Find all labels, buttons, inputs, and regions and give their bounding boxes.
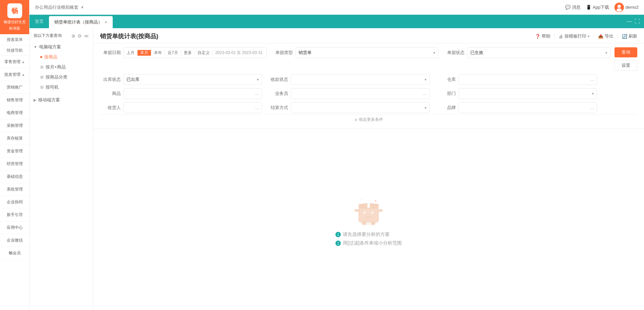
dropdown-arrow-icon[interactable]: ▾ xyxy=(81,5,84,10)
brand-more-icon[interactable]: … xyxy=(590,105,594,110)
svg-point-14 xyxy=(361,199,362,200)
maximize-icon[interactable]: ⛶ xyxy=(635,18,640,24)
sidebar-item-retail[interactable]: 零售管理 ▲ xyxy=(0,56,29,68)
filter-row-1: 单据日期 上月 本月 本年 近7天 更多 自定义 2023-03-01 至 20… xyxy=(100,47,637,71)
sidebar-item-apps[interactable]: 应用中心 xyxy=(0,221,29,234)
salesman-value[interactable]: … xyxy=(291,88,429,99)
avatar xyxy=(614,3,624,12)
sidebar-item-marketing[interactable]: 营销推广 xyxy=(0,81,29,94)
date-tab-this-month[interactable]: 本月 xyxy=(138,50,151,56)
query-btn-group: 查询 设置 xyxy=(614,47,637,71)
app-download-btn[interactable]: 📱 App下载 xyxy=(586,4,609,10)
help-btn[interactable]: ❓ 帮助 xyxy=(535,33,550,39)
pc-scheme-section: ▼ 电脑端方案 按商品 ⊞ 按月+商品 ⊞ 按商品分类 xyxy=(30,41,93,94)
date-tab-custom[interactable]: 自定义 xyxy=(195,50,213,56)
user-menu[interactable]: demo2 xyxy=(614,3,639,12)
receiver-label: 收货人 xyxy=(100,105,123,111)
sidebar-item-sales[interactable]: 销售管理 xyxy=(0,94,29,107)
sidebar-item-system[interactable]: 系统管理 xyxy=(0,183,29,196)
outstatus-group: 出库状态 已出库 ▾ xyxy=(100,74,262,85)
query-button[interactable]: 查询 xyxy=(614,47,637,57)
warehouse-group: 仓库 … xyxy=(430,74,597,85)
warehouse-value[interactable]: … xyxy=(459,74,597,85)
recvstatus-value[interactable]: ▾ xyxy=(291,74,429,85)
sidebar-item-member[interactable]: 畅会员 xyxy=(0,247,29,260)
sidebar-item-wholesale[interactable]: 批发管理 ▲ xyxy=(0,68,29,81)
tab-sales-stat[interactable]: 销货单统计表（按商品） ✕ xyxy=(49,16,113,28)
date-tab-7days[interactable]: 近7天 xyxy=(165,50,181,56)
date-tab-last-month[interactable]: 上月 xyxy=(124,50,138,56)
dept-value[interactable]: ▾ xyxy=(459,88,597,99)
receiver-more-icon[interactable]: … xyxy=(255,105,259,110)
sidebar-item-guide[interactable]: 新手引导 xyxy=(0,209,29,221)
sidebar-item-inventory[interactable]: 库存核算 xyxy=(0,132,29,145)
receiver-value[interactable]: … xyxy=(123,102,262,113)
export-btn[interactable]: 📤 导出 xyxy=(598,33,613,39)
sidebar-item-base[interactable]: 基础信息 xyxy=(0,170,29,183)
empty-text: 1 请先选择要分析的方案 2 用[过滤]条件来缩小分析范围 xyxy=(335,231,402,246)
pc-scheme-header[interactable]: ▼ 电脑端方案 xyxy=(30,42,93,52)
sidebar-item-ecommerce[interactable]: 电商管理 xyxy=(0,107,29,119)
sidebar-label-management: 经营管理 xyxy=(7,161,23,167)
logo[interactable]: 畅 畅捷信好生意 标准版 xyxy=(0,0,29,34)
brand-group: 品牌 … xyxy=(430,102,597,113)
tab-close-icon[interactable]: ✕ xyxy=(104,20,107,24)
left-panel: 按以下方案查询 ⊕ ⚙ ≪ ▼ 电脑端方案 按商品 xyxy=(30,28,93,310)
scheme-by-goods[interactable]: 按商品 xyxy=(38,52,93,62)
outstatus-value[interactable]: 已出库 ▾ xyxy=(123,74,262,85)
filter-row-4: 收货人 … 结算方式 ▾ 品牌 xyxy=(100,102,637,113)
print-dropdown-icon[interactable]: ▾ xyxy=(588,34,590,39)
tab-home[interactable]: 首页 xyxy=(30,15,49,28)
settings-button[interactable]: 设置 xyxy=(614,60,637,71)
sidebar-search[interactable]: 搜索菜单 xyxy=(0,34,29,46)
scheme-by-driver[interactable]: ⊞ 按司机 xyxy=(38,82,93,92)
sidebar-item-finance[interactable]: 资金管理 xyxy=(0,145,29,158)
filter-row-2: 出库状态 已出库 ▾ 收款状态 ▾ 仓库 xyxy=(100,74,637,85)
brand-value[interactable]: … xyxy=(459,102,597,113)
payment-value[interactable]: ▾ xyxy=(291,102,429,113)
date-tab-more[interactable]: 更多 xyxy=(181,50,195,56)
minimize-icon[interactable]: — xyxy=(627,18,632,24)
date-tab-this-year[interactable]: 本年 xyxy=(151,50,165,56)
add-scheme-btn[interactable]: ⊕ xyxy=(71,33,75,39)
edit-scheme-btn[interactable]: ⚙ xyxy=(77,33,82,39)
goods-more-icon[interactable]: … xyxy=(255,91,259,96)
salesman-more-icon[interactable]: … xyxy=(423,91,427,96)
docstatus-value[interactable]: 已生效 ▾ xyxy=(467,47,610,58)
print-btn[interactable]: 🖨 按模板打印 ▾ xyxy=(559,33,590,39)
date-label: 单据日期 xyxy=(100,50,123,56)
collapse-bar[interactable]: ∧ 收起更多条件 xyxy=(100,114,637,124)
scheme-by-category[interactable]: ⊞ 按商品分类 xyxy=(38,72,93,82)
brand-label: 品牌 xyxy=(435,105,459,111)
warehouse-more-icon[interactable]: … xyxy=(590,77,594,82)
export-label: 导出 xyxy=(605,33,613,39)
divider-3 xyxy=(618,34,618,39)
message-btn[interactable]: 💬 消息 xyxy=(565,4,581,10)
warehouse-label: 仓库 xyxy=(435,76,459,83)
sidebar-item-management[interactable]: 经营管理 xyxy=(0,158,29,170)
left-panel-actions: ⊕ ⚙ ≪ xyxy=(71,33,89,39)
main-area: 办公用品行业模拟账套 ▾ 💬 消息 📱 App下载 demo2 首页 xyxy=(30,0,644,310)
scheme-by-month-goods[interactable]: ⊞ 按月+商品 xyxy=(38,62,93,72)
goods-value[interactable]: … xyxy=(123,88,262,99)
page-actions: ❓ 帮助 🖨 按模板打印 ▾ 📤 导出 xyxy=(535,33,637,39)
mobile-scheme-section: ▶ 移动端方案 xyxy=(30,94,93,106)
collapse-label: 收起更多条件 xyxy=(359,117,383,122)
doctype-value[interactable]: 销货单 ▾ xyxy=(296,47,439,58)
step-num-1: 1 xyxy=(335,232,341,237)
sidebar-item-purchase[interactable]: 采购管理 xyxy=(0,119,29,132)
collapse-panel-btn[interactable]: ≪ xyxy=(84,33,89,39)
sidebar-nav[interactable]: 快捷导航 xyxy=(0,46,29,56)
payment-label: 结算方式 xyxy=(267,105,291,111)
category-icon: ⊞ xyxy=(40,75,44,80)
refresh-btn[interactable]: 🔄 刷新 xyxy=(622,33,637,39)
receiver-group: 收货人 … xyxy=(100,102,262,113)
mobile-scheme-header[interactable]: ▶ 移动端方案 xyxy=(30,95,93,105)
sidebar-item-collab[interactable]: 企业协同 xyxy=(0,196,29,209)
sidebar-item-wechat[interactable]: 企业微信 xyxy=(0,234,29,247)
filter-row-3: 商品 … 业务员 … 部门 xyxy=(100,88,637,99)
doctype-label: 单据类型 xyxy=(272,50,296,56)
collapse-up-icon: ∧ xyxy=(355,117,358,122)
outstatus-label: 出库状态 xyxy=(100,76,123,83)
topbar-right: 💬 消息 📱 App下载 demo2 xyxy=(565,3,639,12)
